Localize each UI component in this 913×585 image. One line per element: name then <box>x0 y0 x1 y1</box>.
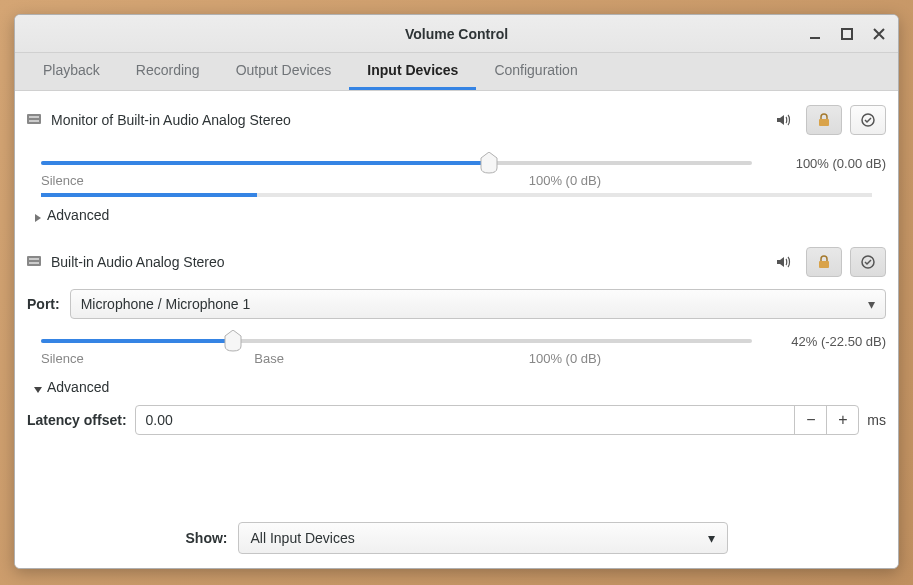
chevron-down-icon <box>33 382 43 392</box>
latency-decrement[interactable]: − <box>794 406 826 434</box>
volume-readout: 100% (0.00 dB) <box>766 156 886 171</box>
device-name: Monitor of Built-in Audio Analog Stereo <box>51 112 760 128</box>
latency-input[interactable]: 0.00 − + <box>135 405 860 435</box>
advanced-label: Advanced <box>47 379 109 395</box>
svg-rect-2 <box>29 116 39 118</box>
window-title: Volume Control <box>405 26 508 42</box>
volume-slider[interactable] <box>41 161 752 165</box>
slider-thumb[interactable] <box>224 330 242 352</box>
svg-rect-7 <box>29 258 39 260</box>
tab-configuration[interactable]: Configuration <box>476 53 595 90</box>
advanced-disclosure[interactable]: Advanced <box>33 379 886 395</box>
bottom-bar: Show: All Input Devices ▾ <box>15 512 898 568</box>
device-name: Built-in Audio Analog Stereo <box>51 254 760 270</box>
soundcard-icon <box>27 254 43 271</box>
device-monitor: Monitor of Built-in Audio Analog Stereo <box>27 105 886 223</box>
show-value: All Input Devices <box>251 530 355 546</box>
minimize-button[interactable] <box>804 23 826 45</box>
default-button[interactable] <box>850 105 886 135</box>
chevron-down-icon: ▾ <box>708 530 715 546</box>
show-select[interactable]: All Input Devices ▾ <box>238 522 728 554</box>
volume-readout: 42% (-22.50 dB) <box>766 334 886 349</box>
tab-output-devices[interactable]: Output Devices <box>218 53 350 90</box>
tab-label: Recording <box>136 62 200 78</box>
port-label: Port: <box>27 296 60 312</box>
vu-meter <box>41 193 872 197</box>
chevron-down-icon: ▾ <box>868 296 875 312</box>
slider-thumb[interactable] <box>480 152 498 174</box>
maximize-button[interactable] <box>836 23 858 45</box>
advanced-label: Advanced <box>47 207 109 223</box>
tabbar: Playback Recording Output Devices Input … <box>15 53 898 91</box>
svg-rect-3 <box>29 120 39 122</box>
tick-base: Base <box>254 351 284 366</box>
mute-button[interactable] <box>768 247 798 277</box>
advanced-disclosure[interactable]: Advanced <box>33 207 886 223</box>
tab-label: Input Devices <box>367 62 458 78</box>
latency-value: 0.00 <box>136 412 795 428</box>
tick-silence: Silence <box>41 351 84 366</box>
chevron-right-icon <box>33 210 43 220</box>
volume-slider[interactable] <box>41 339 752 343</box>
svg-rect-4 <box>819 119 829 126</box>
latency-unit: ms <box>867 412 886 428</box>
soundcard-icon <box>27 112 43 129</box>
titlebar: Volume Control <box>15 15 898 53</box>
content-area: Monitor of Built-in Audio Analog Stereo <box>15 91 898 512</box>
tab-input-devices[interactable]: Input Devices <box>349 53 476 90</box>
show-label: Show: <box>186 530 228 546</box>
tick-silence: Silence <box>41 173 84 188</box>
latency-increment[interactable]: + <box>826 406 858 434</box>
tick-100: 100% (0 dB) <box>529 173 601 188</box>
lock-channels-button[interactable] <box>806 105 842 135</box>
svg-rect-9 <box>819 261 829 268</box>
tick-100: 100% (0 dB) <box>529 351 601 366</box>
tab-playback[interactable]: Playback <box>25 53 118 90</box>
tab-recording[interactable]: Recording <box>118 53 218 90</box>
lock-channels-button[interactable] <box>806 247 842 277</box>
close-button[interactable] <box>868 23 890 45</box>
svg-rect-1 <box>27 114 41 124</box>
port-value: Microphone / Microphone 1 <box>81 296 251 312</box>
device-builtin: Built-in Audio Analog Stereo Port: Micro… <box>27 247 886 435</box>
mute-button[interactable] <box>768 105 798 135</box>
svg-rect-6 <box>27 256 41 266</box>
tab-label: Playback <box>43 62 100 78</box>
svg-rect-0 <box>842 29 852 39</box>
svg-rect-8 <box>29 262 39 264</box>
tab-label: Configuration <box>494 62 577 78</box>
tab-label: Output Devices <box>236 62 332 78</box>
latency-label: Latency offset: <box>27 412 127 428</box>
default-button[interactable] <box>850 247 886 277</box>
port-select[interactable]: Microphone / Microphone 1 ▾ <box>70 289 886 319</box>
